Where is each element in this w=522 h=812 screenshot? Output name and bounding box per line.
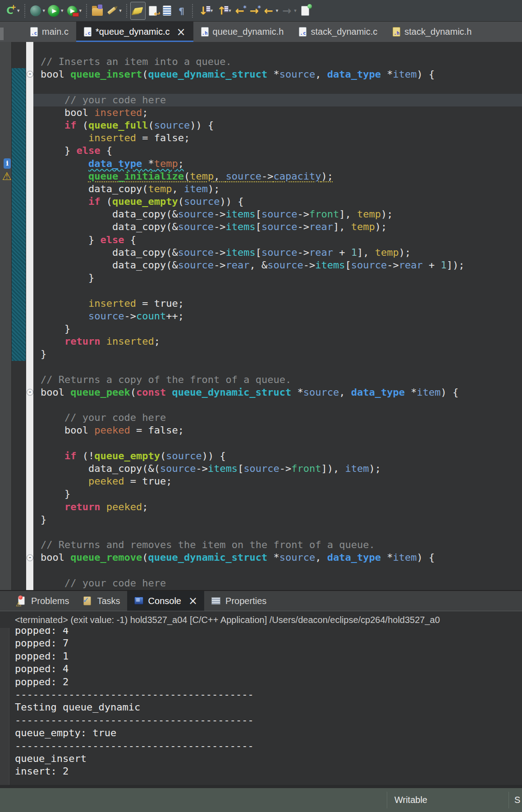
code-line [33, 399, 522, 411]
code-line: source->count++; [33, 310, 522, 323]
code-line: peeked = true; [33, 475, 522, 488]
code-line [33, 81, 522, 93]
code-line: if (queue_empty(source)) { [33, 195, 522, 208]
next-edit-location-button[interactable]: →* [247, 2, 261, 20]
next-annotation-icon: ↓ [197, 4, 210, 18]
console-line: popped: 7 [15, 637, 522, 650]
code-line [33, 361, 522, 374]
code-line: // Returns and removes the item on the f… [33, 539, 522, 551]
run-icon: ▶ [47, 4, 60, 18]
panel-tab-console[interactable]: Console× [127, 591, 205, 611]
code-line [33, 564, 522, 577]
tab-label: queue_dynamic.h [213, 27, 284, 37]
dropdown-arrow-icon[interactable]: ▾ [119, 8, 122, 14]
new-c-project-button[interactable]: C+▾ [3, 2, 21, 20]
panel-tab-label: Tasks [97, 596, 120, 606]
code-line [33, 284, 522, 297]
editor-tabbar: .cmain.c.c*queue_dynamic.c×.hqueue_dynam… [0, 22, 522, 42]
code-line: } [33, 348, 522, 360]
editor-tab-stack_dynamicc[interactable]: .cstack_dynamic.c [291, 22, 385, 42]
eclipse-window: C+▾▾▶▾▶▾▾↩¶↓▾↑▾←*→*←▾→▾ .cmain.c.c*queue… [0, 0, 522, 812]
panel-tab-properties[interactable]: Properties [204, 591, 273, 611]
tab-label: *queue_dynamic.c [96, 27, 170, 37]
console-line: popped: 4 [15, 628, 522, 637]
show-whitespace-button[interactable]: ¶ [174, 2, 189, 20]
new-c-project-icon: C+ [3, 4, 17, 18]
pin-editor-button[interactable] [298, 2, 312, 20]
bottom-panel: ⚠Problems✓TasksConsole×Properties <termi… [0, 590, 522, 785]
code-editor[interactable]: // Inserts an item into a queue.bool que… [0, 42, 522, 590]
code-line: // your code here [33, 577, 522, 590]
console-output[interactable]: popped: 4popped: 7popped: 1popped: 4popp… [0, 628, 522, 785]
toolbar-separator [126, 4, 127, 18]
back-button[interactable]: ←▾ [261, 2, 280, 20]
last-edit-location-icon: ←* [233, 4, 247, 18]
console-line: ---------------------------------------- [15, 714, 522, 727]
dropdown-arrow-icon[interactable]: ▾ [276, 8, 279, 14]
console-line: popped: 2 [15, 676, 522, 688]
info-marker-icon[interactable]: i [4, 158, 11, 169]
status-divider [387, 792, 387, 808]
console-line: Testing queue_dynamic [15, 701, 522, 714]
code-line: data_copy(&source->items[source->rear], … [33, 221, 522, 233]
panel-tab-problems[interactable]: ⚠Problems [10, 591, 76, 611]
next-annotation-button[interactable]: ↓▾ [196, 2, 215, 20]
dropdown-arrow-icon[interactable]: ▾ [61, 8, 64, 14]
code-line: bool queue_remove(queue_dynamic_struct *… [33, 551, 522, 564]
editor-tab-mainc[interactable]: .cmain.c [23, 22, 76, 42]
warning-marker-icon[interactable]: ⚠ [2, 171, 12, 182]
code-line: } [33, 488, 522, 500]
c-file-icon: .c [30, 27, 38, 37]
save-and-return-button[interactable]: ↩ [146, 2, 160, 20]
search-button[interactable]: ▾ [105, 2, 123, 20]
console-line: ---------------------------------------- [15, 740, 522, 752]
close-tab-icon[interactable]: × [176, 28, 185, 37]
close-console-icon[interactable]: × [188, 596, 197, 605]
run-button[interactable]: ▶▾ [46, 2, 65, 20]
toggle-mark-occurrences-button[interactable] [130, 2, 146, 20]
code-line: inserted = false; [33, 132, 522, 144]
code-line: inserted = true; [33, 297, 522, 310]
open-folder-button[interactable] [90, 2, 105, 20]
tasks-icon: ✓ [82, 595, 92, 606]
code-line: // Inserts an item into a queue. [33, 55, 522, 68]
writable-status-label: Writable [394, 788, 427, 812]
code-line: bool queue_peek(const queue_dynamic_stru… [33, 386, 522, 399]
editor-tab-queue_dynamich[interactable]: .hqueue_dynamic.h [193, 22, 292, 42]
last-edit-location-button[interactable]: ←* [233, 2, 247, 20]
code-line [33, 437, 522, 450]
code-line: } else { [33, 144, 522, 157]
code-line: if (queue_full(source)) { [33, 119, 522, 132]
console-icon [134, 595, 144, 606]
code-text-area[interactable]: // Inserts an item into a queue.bool que… [33, 42, 522, 590]
dropdown-arrow-icon[interactable]: ▾ [229, 8, 231, 14]
outline-button[interactable] [160, 2, 174, 20]
panel-tab-label: Properties [225, 596, 266, 606]
code-line: } [33, 323, 522, 335]
code-line: // your code here [33, 411, 522, 424]
code-line: return inserted; [33, 335, 522, 348]
previous-annotation-button[interactable]: ↑▾ [214, 2, 233, 20]
back-icon: ← [262, 4, 275, 18]
bottom-panel-tabbar: ⚠Problems✓TasksConsole×Properties [0, 591, 522, 611]
search-icon [105, 4, 119, 18]
dropdown-arrow-icon[interactable]: ▾ [79, 8, 82, 14]
panel-tab-tasks[interactable]: ✓Tasks [76, 591, 127, 611]
problems-icon: ⚠ [17, 595, 27, 606]
dropdown-arrow-icon[interactable]: ▾ [211, 8, 213, 14]
code-line: bool inserted; [33, 106, 522, 119]
code-line: bool peeked = false; [33, 424, 522, 437]
fold-collapse-marker[interactable]: - [27, 554, 33, 561]
editor-tab-stack_dynamich[interactable]: .hstack_dynamic.h [385, 22, 479, 42]
dropdown-arrow-icon[interactable]: ▾ [294, 8, 297, 14]
status-divider [508, 792, 509, 808]
editor-tab-queue_dynamicc[interactable]: .c*queue_dynamic.c× [76, 22, 193, 42]
code-line: // Returns a copy of the front of a queu… [33, 374, 522, 386]
code-line: if (!queue_empty(source)) { [33, 450, 522, 462]
external-tools-button[interactable]: ▶▾ [65, 2, 83, 20]
code-line: data_copy(&(source->items[source->front]… [33, 462, 522, 475]
smart-insert-status-label-clipped: S [514, 788, 520, 812]
debug-button[interactable]: ▾ [28, 2, 47, 20]
dropdown-arrow-icon[interactable]: ▾ [43, 8, 46, 14]
dropdown-arrow-icon[interactable]: ▾ [17, 8, 20, 14]
